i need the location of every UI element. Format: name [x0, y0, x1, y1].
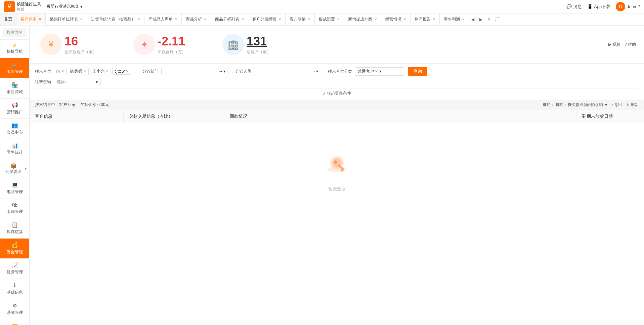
empty-icon: [324, 150, 350, 182]
member-icon: 👥: [11, 122, 18, 129]
sidebar-item-retail-shop[interactable]: 🏪 零售商城: [0, 78, 29, 99]
classification-filter-select[interactable]: 普通客户 ✕ ▾: [355, 67, 405, 76]
overdue-amount-value: -2.11: [158, 34, 185, 48]
dept-filter-label: 分管部门: [142, 69, 159, 74]
export-button[interactable]: ↑ 导出: [611, 102, 622, 108]
tab-business-status[interactable]: 经营情况 ✕: [381, 13, 411, 26]
dept-select-more: ···: [219, 69, 222, 74]
sidebar-item-inventory[interactable]: 📋 库存核算: [0, 218, 29, 239]
person-filter-select[interactable]: ··· ▾: [254, 68, 321, 75]
sidebar-item-system[interactable]: ⚙ 系统管理: [0, 299, 29, 319]
sidebar-item-purchase[interactable]: 🛍 采购管理: [0, 198, 29, 218]
sidebar-item-marketing[interactable]: 📢 营销推广: [0, 99, 29, 119]
unit-filter-label: 往来单位: [35, 69, 51, 74]
remove-classification-normal[interactable]: ✕: [375, 69, 378, 74]
sidebar-quick-nav[interactable]: ⚡ 快捷导航: [0, 40, 29, 58]
stats-row: ¥ 16 总欠款客户（家） ✦ -2.11 欠款合计（万） 🏢 131 总客户（…: [30, 26, 644, 64]
tab-close-commission-setting[interactable]: ✕: [337, 17, 340, 21]
tab-customer-tier[interactable]: 客户分层经营 ✕: [248, 13, 286, 26]
divider-2: [213, 38, 213, 51]
tab-close-add-commission[interactable]: ✕: [374, 17, 377, 21]
unit-tag-wang[interactable]: 王小亮 ✕: [90, 68, 111, 75]
unit-tag-cjttcw[interactable]: cjttcw ✕: [112, 68, 131, 75]
retail-shop-icon: 🏪: [11, 82, 18, 88]
system-icon: ⚙: [12, 302, 17, 309]
tab-home[interactable]: 首页: [0, 13, 16, 26]
remove-unit-chen[interactable]: ✕: [83, 69, 86, 74]
stats-actions: ▶ 视频 ? 帮助: [608, 42, 636, 47]
logo-area: ¥ 畅捷通好生意 标版: [4, 1, 41, 12]
app-download-button[interactable]: 📱 App下载: [587, 4, 610, 10]
tab-retail-profit[interactable]: 零售利润 ✕: [440, 13, 469, 26]
message-icon: 💬: [566, 4, 572, 9]
tab-close-customer-tier[interactable]: ✕: [278, 17, 281, 21]
sidebar-item-wholesale[interactable]: 📦 批发管理 ▾: [0, 159, 29, 178]
download-icon: 📱: [587, 4, 593, 9]
tab-purchase-stats[interactable]: 进货单统计表（按商品） ✕: [87, 13, 144, 26]
tab-goods-list[interactable]: 商品分析列表 ✕: [211, 13, 248, 26]
tab-close-product-in[interactable]: ✕: [175, 17, 177, 21]
filter-row-2: 往来余额 选择... ▾: [35, 78, 639, 86]
sidebar-item-collaboration[interactable]: 🤝 企业协同: [0, 319, 29, 325]
tab-commission-setting[interactable]: 提成设置 ✕: [315, 13, 344, 26]
tab-purchase-order[interactable]: 采购订单统计表 ✕: [46, 13, 87, 26]
tab-maximize-btn[interactable]: ⛶: [493, 13, 501, 26]
tab-goods-analysis[interactable]: 商品分析 ✕: [182, 13, 211, 26]
remove-unit-wang[interactable]: ✕: [105, 69, 109, 74]
tab-close-customer-contact[interactable]: ✕: [308, 17, 310, 21]
tab-add-commission[interactable]: 新增提成方案 ✕: [344, 13, 381, 26]
message-button[interactable]: 💬 消息: [566, 4, 582, 10]
collapse-button[interactable]: ∧ 收起更多条件: [35, 88, 639, 96]
classification-chevron-down-icon: ▾: [379, 69, 381, 74]
tab-close-customer-ledger[interactable]: ✕: [39, 17, 41, 21]
divider-1: [124, 38, 124, 51]
remove-unit-cjttcw[interactable]: ✕: [126, 69, 129, 74]
tab-close-goods-list[interactable]: ✕: [241, 17, 244, 21]
refresh-icon: ↻: [626, 103, 630, 107]
stat-overdue-amount: -2.11 欠款合计（万）: [158, 34, 206, 55]
help-btn[interactable]: ? 帮助: [625, 42, 636, 47]
stat-icon-2: ✦: [131, 31, 158, 58]
unit-filter-tags: 伍 ✕ 陈民强 ✕ 王小亮 ✕ cjttcw ✕ ...: [54, 68, 136, 75]
unit-tag-chen[interactable]: 陈民强 ✕: [68, 68, 89, 75]
store-selector[interactable]: 母婴行业演示帐套 ▾: [44, 3, 85, 10]
tab-next-btn[interactable]: ▶: [477, 13, 485, 26]
sidebar-item-operations[interactable]: 📈 经营管理: [0, 259, 29, 279]
empty-state: 暂无数据: [30, 123, 644, 219]
balance-filter-label: 往来余额: [35, 79, 51, 85]
video-btn[interactable]: ▶ 视频: [608, 42, 620, 47]
sidebar-item-member[interactable]: 👥 会员中心: [0, 119, 29, 139]
tab-close-business-status[interactable]: ✕: [403, 17, 406, 21]
unit-filter-more[interactable]: ...: [132, 69, 136, 74]
tab-product-in[interactable]: 产成品入库单 ✕: [144, 13, 182, 26]
refresh-button[interactable]: ↻ 刷新: [626, 102, 639, 108]
balance-filter-select[interactable]: 选择... ▾: [54, 78, 101, 86]
sort-select[interactable]: 排序： 排序：按欠款金额倒序排序 ▾: [543, 102, 607, 108]
query-button[interactable]: 查询: [408, 67, 427, 76]
sidebar-item-finance[interactable]: 💰 资金管理: [0, 239, 29, 259]
tab-close-purchase-stats[interactable]: ✕: [137, 17, 140, 21]
content-area: ¥ 16 总欠款客户（家） ✦ -2.11 欠款合计（万） 🏢 131 总客户（…: [30, 26, 644, 325]
tab-close-profit-report[interactable]: ✕: [433, 17, 435, 21]
classification-tag-normal[interactable]: 普通客户 ✕: [358, 69, 378, 74]
retail-mgmt-icon: 🛒: [11, 62, 18, 68]
tab-close-retail-profit[interactable]: ✕: [462, 17, 465, 21]
tab-close-goods-analysis[interactable]: ✕: [204, 17, 207, 21]
sidebar-item-basic-info[interactable]: ℹ 基础信息: [0, 279, 29, 299]
user-menu[interactable]: D demo2: [616, 2, 640, 11]
unit-tag-wu[interactable]: 伍 ✕: [54, 68, 67, 75]
tab-customer-ledger[interactable]: 客户账本 ✕: [16, 13, 46, 26]
tab-prev-btn[interactable]: ◀: [469, 13, 477, 26]
sidebar-item-retail-stats[interactable]: 📊 零售统计: [0, 139, 29, 159]
sidebar-item-retail-mgmt[interactable]: 🛒 零售管理: [0, 58, 29, 78]
sidebar-item-ecommerce[interactable]: 💻 电商管理: [0, 178, 29, 198]
dept-filter-select[interactable]: ··· ▾: [161, 68, 228, 75]
tab-close-purchase-order[interactable]: ✕: [80, 17, 83, 21]
search-menu-button[interactable]: 搜索菜单: [3, 28, 27, 37]
tab-customer-contact[interactable]: 客户联络 ✕: [286, 13, 315, 26]
remove-unit-wu[interactable]: ✕: [61, 69, 64, 74]
collapse-icon: ∧: [323, 91, 326, 96]
tab-profit-report[interactable]: 利润报告 ✕: [411, 13, 440, 26]
result-bar: 搜索结果中，客户 0 家 欠款金额 0.00元 排序： 排序：按欠款金额倒序排序…: [30, 100, 644, 110]
tab-close-all-btn[interactable]: ✕: [485, 13, 493, 26]
